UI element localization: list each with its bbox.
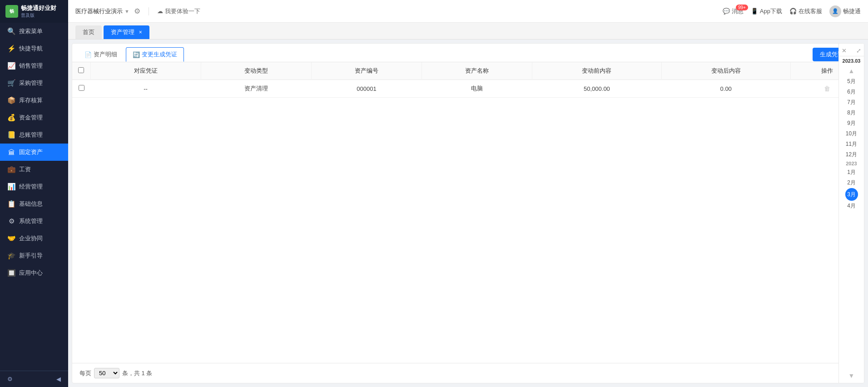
table-row: -- 资产清理 000001 电脑 50,000.00 0.00 🗑 — [72, 80, 864, 98]
company-name: 医疗器械行业演示 — [75, 7, 123, 15]
sidebar-item-label: 采购管理 — [19, 79, 43, 87]
sidebar-item-label: 销售管理 — [19, 62, 43, 70]
cell-change-type: 资产清理 — [201, 80, 311, 98]
scroll-up-button[interactable]: ▲ — [839, 65, 864, 76]
sidebar-item-label: 系统管理 — [19, 217, 43, 225]
panel-close-icon[interactable]: ✕ — [842, 47, 847, 54]
month-item-10[interactable]: 10月 — [839, 129, 864, 139]
content-area: 📄 资产明细 🔄 变更生成凭证 生成凭证 ▼ — [72, 43, 864, 383]
month-item-9[interactable]: 9月 — [839, 118, 864, 129]
sidebar-item-sales[interactable]: 📈 销售管理 — [0, 57, 68, 74]
scroll-down-button[interactable]: ▼ — [839, 370, 864, 381]
sidebar-item-basic-info[interactable]: 📋 基础信息 — [0, 195, 68, 213]
sidebar-logo: 畅 畅捷通好业财 普及版 — [0, 0, 68, 23]
main-area: 医疗器械行业演示 ▼ ⚙ ☁ 我要体验一下 💬 消息 99+ 📱 App下载 🎧… — [68, 0, 868, 387]
sub-tab-change-voucher-label: 变更生成凭证 — [142, 50, 177, 59]
col-before: 变动前内容 — [532, 62, 661, 80]
sidebar-item-fixed-assets[interactable]: 🏛 固定资产 — [0, 144, 68, 161]
tab-close-icon[interactable]: × — [139, 29, 142, 35]
logo-title: 畅捷通好业财 — [21, 5, 56, 12]
col-change-type: 变动类型 — [201, 62, 311, 80]
month-item-6[interactable]: 6月 — [839, 87, 864, 97]
month-item-3[interactable]: 3月 — [845, 188, 858, 201]
sidebar-item-label: 库存核算 — [19, 96, 43, 104]
sub-tab-change-voucher[interactable]: 🔄 变更生成凭证 — [126, 47, 184, 62]
collapse-icon[interactable]: ◀ — [56, 376, 61, 382]
table-container: 对应凭证 变动类型 资产编号 资产名称 变动前内容 变动后内容 操作 — [72, 62, 864, 363]
row-checkbox[interactable] — [79, 85, 84, 91]
sidebar-item-label: 快捷导航 — [19, 45, 43, 53]
per-page-label: 每页 — [79, 369, 91, 377]
col-asset-name: 资产名称 — [422, 62, 532, 80]
sidebar-item-label: 搜索菜单 — [19, 27, 43, 35]
sub-tab-asset-detail[interactable]: 📄 资产明细 — [78, 47, 124, 62]
sidebar-item-label: 总账管理 — [19, 131, 43, 139]
sidebar-item-ledger[interactable]: 📒 总账管理 — [0, 126, 68, 144]
tab-asset-label: 资产管理 — [111, 29, 134, 35]
sidebar-item-purchase[interactable]: 🛒 采购管理 — [0, 74, 68, 92]
user-name: 畅捷通 — [843, 7, 861, 15]
sidebar-item-inventory[interactable]: 📦 库存核算 — [0, 92, 68, 109]
sidebar-bottom: ⚙ ◀ — [0, 371, 68, 387]
col-voucher: 对应凭证 — [90, 62, 201, 80]
logo-sub: 普及版 — [21, 12, 56, 18]
panel-expand-icon[interactable]: ⤢ — [856, 47, 861, 54]
tab-asset-management[interactable]: 资产管理 × — [104, 25, 149, 39]
enterprise-icon: 🤝 — [7, 234, 15, 243]
salary-icon: 💼 — [7, 165, 15, 174]
cell-voucher: -- — [90, 80, 201, 98]
sub-tabs: 📄 资产明细 🔄 变更生成凭证 生成凭证 ▼ — [72, 44, 864, 62]
sidebar-item-funds[interactable]: 💰 资金管理 — [0, 109, 68, 126]
sidebar-item-enterprise[interactable]: 🤝 企业协同 — [0, 230, 68, 247]
sidebar-item-quick-nav[interactable]: ⚡ 快捷导航 — [0, 40, 68, 57]
sub-tab-asset-detail-label: 资产明细 — [94, 50, 117, 59]
search-icon: 🔍 — [7, 27, 15, 35]
phone-icon: 📱 — [751, 8, 758, 15]
app-download-button[interactable]: 📱 App下载 — [751, 7, 782, 15]
month-item-11[interactable]: 11月 — [839, 139, 864, 149]
online-service-button[interactable]: 🎧 在线客服 — [789, 7, 822, 15]
year-2023-label: 2023 — [839, 160, 864, 167]
month-item-2[interactable]: 2月 — [839, 178, 864, 188]
sidebar-item-search[interactable]: 🔍 搜索菜单 — [0, 23, 68, 40]
sidebar-item-label: 工资 — [19, 165, 31, 174]
topbar: 医疗器械行业演示 ▼ ⚙ ☁ 我要体验一下 💬 消息 99+ 📱 App下载 🎧… — [68, 0, 868, 23]
avatar: 👤 — [829, 5, 841, 17]
company-dropdown-icon: ▼ — [124, 9, 129, 14]
cell-asset-no: 000001 — [311, 80, 422, 98]
tab-home[interactable]: 首页 — [75, 25, 102, 39]
user-profile[interactable]: 👤 畅捷通 — [829, 5, 861, 17]
message-icon: 💬 — [723, 8, 730, 15]
topbar-divider — [149, 7, 149, 15]
basic-info-icon: 📋 — [7, 200, 15, 208]
month-item-7[interactable]: 7月 — [839, 97, 864, 108]
month-item-1[interactable]: 1月 — [839, 167, 864, 178]
cell-after: 0.00 — [661, 80, 790, 98]
sidebar-item-label: 经营管理 — [19, 183, 43, 191]
settings-icon[interactable]: ⚙ — [7, 376, 13, 382]
company-selector[interactable]: 医疗器械行业演示 ▼ — [75, 7, 129, 15]
headset-icon: 🎧 — [789, 8, 797, 15]
try-feature[interactable]: ☁ 我要体验一下 — [157, 7, 200, 15]
settings-gear-icon[interactable]: ⚙ — [134, 7, 140, 15]
quick-nav-icon: ⚡ — [7, 45, 15, 53]
sidebar-item-label: 新手引导 — [19, 252, 43, 260]
cell-asset-name: 电脑 — [422, 80, 532, 98]
sidebar-item-label: 基础信息 — [19, 200, 43, 208]
month-item-5[interactable]: 5月 — [839, 76, 864, 87]
month-item-4[interactable]: 4月 — [839, 201, 864, 211]
month-item-8[interactable]: 8月 — [839, 108, 864, 118]
select-all-checkbox[interactable] — [78, 67, 84, 73]
sidebar-item-label: 固定资产 — [19, 148, 43, 156]
month-item-12[interactable]: 12月 — [839, 149, 864, 160]
message-button[interactable]: 💬 消息 99+ — [723, 7, 744, 15]
try-text: 我要体验一下 — [165, 7, 200, 15]
sidebar-item-salary[interactable]: 💼 工资 — [0, 161, 68, 178]
sidebar-item-business[interactable]: 📊 经营管理 — [0, 178, 68, 195]
sidebar-item-app-center[interactable]: 🔲 应用中心 — [0, 264, 68, 282]
select-all-header — [72, 62, 90, 80]
sidebar-item-guide[interactable]: 🎓 新手引导 — [0, 247, 68, 264]
sidebar-item-system[interactable]: ⚙ 系统管理 — [0, 213, 68, 230]
delete-row-icon[interactable]: 🗑 — [824, 85, 830, 92]
per-page-select[interactable]: 50 100 — [94, 368, 119, 378]
